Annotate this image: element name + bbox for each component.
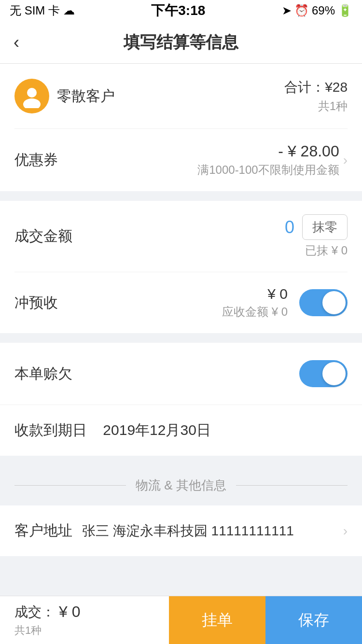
due-date-text: 收款到期日 2019年12月30日 xyxy=(14,422,211,438)
logistics-divider: 物流 & 其他信息 xyxy=(0,465,362,505)
back-button[interactable]: ‹ xyxy=(14,32,19,53)
prepay-right: ¥ 0 应收金额 ¥ 0 xyxy=(222,286,348,320)
page-title: 填写结算等信息 xyxy=(124,31,238,54)
section-divider-3 xyxy=(0,456,362,465)
signal-text: 无 SIM 卡 ☁ xyxy=(10,3,75,18)
customer-section: 零散客户 合计：¥28 共1种 xyxy=(0,64,362,128)
arrears-label: 本单赊欠 xyxy=(14,364,72,384)
bottom-deal-row: 成交： ¥ 0 xyxy=(14,603,154,621)
bottom-deal-label: 成交： xyxy=(14,603,55,621)
battery-icon: 🔋 xyxy=(338,4,352,17)
coupon-chevron-icon: › xyxy=(343,153,348,168)
total-amount: 合计：¥28 xyxy=(284,78,348,97)
bottom-bar: 成交： ¥ 0 共1种 挂单 保存 xyxy=(0,596,362,644)
svg-point-0 xyxy=(27,88,37,98)
location-icon: ➤ xyxy=(282,4,292,17)
section-divider-2 xyxy=(0,333,362,343)
due-date-section: 收款到期日 2019年12月30日 xyxy=(0,405,362,456)
coupon-row[interactable]: 优惠券 - ¥ 28.00 满1000-100不限制使用金额 › xyxy=(14,128,348,191)
arrears-section: 本单赊欠 xyxy=(0,343,362,405)
customer-name: 零散客户 xyxy=(57,86,115,106)
battery-text: 69% xyxy=(312,4,335,17)
save-button[interactable]: 保存 xyxy=(265,596,362,644)
due-date-value[interactable]: 2019年12月30日 xyxy=(103,422,210,438)
address-chevron-icon: › xyxy=(343,523,348,539)
arrears-toggle-knob xyxy=(322,362,346,385)
coupon-amount: - ¥ 28.00 xyxy=(278,142,339,160)
prepay-label: 冲预收 xyxy=(14,293,58,313)
nav-bar: ‹ 填写结算等信息 xyxy=(0,21,362,64)
address-value: 张三 海淀永丰科技园 11111111111 xyxy=(82,522,338,540)
customer-row: 零散客户 合计：¥28 共1种 xyxy=(14,64,348,128)
status-left: 无 SIM 卡 ☁ xyxy=(10,3,75,18)
toggle-knob xyxy=(322,291,346,314)
logistics-label: 物流 & 其他信息 xyxy=(136,477,226,494)
divider-line-right xyxy=(236,485,348,486)
prepay-row: 冲预收 ¥ 0 应收金额 ¥ 0 xyxy=(14,272,348,333)
clock-icon: ⏰ xyxy=(294,4,309,17)
deal-label: 成交金额 xyxy=(14,226,72,246)
deal-value[interactable]: 0 xyxy=(285,217,294,238)
address-label: 客户地址 xyxy=(14,521,72,541)
status-right: ➤ ⏰ 69% 🔋 xyxy=(282,4,352,17)
deal-sub: 已抹 ¥ 0 xyxy=(305,243,348,258)
deal-input-wrap: 0 抹零 xyxy=(285,214,348,240)
prepay-amounts: ¥ 0 应收金额 ¥ 0 xyxy=(222,286,288,320)
deal-amount-row: 成交金额 0 抹零 已抹 ¥ 0 xyxy=(14,201,348,272)
svg-point-1 xyxy=(23,98,41,108)
coupon-label: 优惠券 xyxy=(14,150,58,170)
divider-line-left xyxy=(14,485,126,486)
bottom-deal-value: ¥ 0 xyxy=(59,603,80,621)
status-bar: 无 SIM 卡 ☁ 下午3:18 ➤ ⏰ 69% 🔋 xyxy=(0,0,362,21)
avatar xyxy=(14,79,49,113)
due-date-label: 收款到期日 xyxy=(14,422,87,438)
coupon-right: - ¥ 28.00 满1000-100不限制使用金额 xyxy=(197,142,339,178)
deal-right: 0 抹零 已抹 ¥ 0 xyxy=(285,214,348,258)
arrears-toggle[interactable] xyxy=(299,360,348,387)
bottom-info: 成交： ¥ 0 共1种 xyxy=(0,603,169,638)
prepay-toggle[interactable] xyxy=(299,289,348,316)
total-count: 共1种 xyxy=(284,98,348,114)
bottom-count: 共1种 xyxy=(14,623,154,638)
section-divider-1 xyxy=(0,191,362,201)
customer-info: 零散客户 xyxy=(14,79,115,113)
round-zero-button[interactable]: 抹零 xyxy=(302,214,348,240)
coupon-desc: 满1000-100不限制使用金额 xyxy=(197,162,339,178)
deal-section: 成交金额 0 抹零 已抹 ¥ 0 冲预收 ¥ 0 应收金额 ¥ 0 xyxy=(0,201,362,333)
status-time: 下午3:18 xyxy=(151,1,205,20)
address-section[interactable]: 客户地址 张三 海淀永丰科技园 11111111111 › xyxy=(0,505,362,556)
customer-total: 合计：¥28 共1种 xyxy=(284,78,348,114)
prepay-sub: 应收金额 ¥ 0 xyxy=(222,304,288,320)
hang-button[interactable]: 挂单 xyxy=(169,596,265,644)
coupon-section: 优惠券 - ¥ 28.00 满1000-100不限制使用金额 › xyxy=(0,128,362,191)
prepay-value: ¥ 0 xyxy=(222,286,288,302)
